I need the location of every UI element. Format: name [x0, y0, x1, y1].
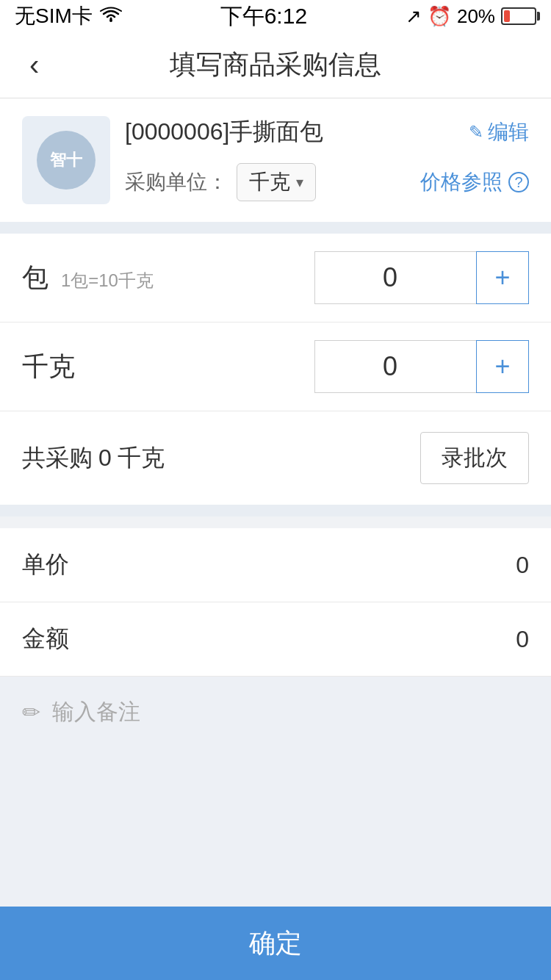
amount-row: 金额 0: [0, 602, 551, 677]
notes-placeholder: 输入备注: [52, 697, 140, 727]
svg-point-0: [109, 19, 112, 22]
input-section: 包 1包=10千克 + 千克 +: [0, 234, 551, 411]
location-icon: ↗: [406, 5, 422, 28]
page-title: 填写商品采购信息: [170, 47, 381, 83]
total-row: 共采购 0 千克 录批次: [0, 411, 551, 505]
divider-2: [0, 505, 551, 516]
bao-sublabel: 1包=10千克: [61, 270, 154, 290]
unit-select[interactable]: 千克 ▾: [237, 163, 316, 201]
nav-bar: ‹ 填写商品采购信息: [0, 32, 551, 98]
back-button[interactable]: ‹: [22, 41, 46, 89]
wifi-icon: [100, 4, 122, 28]
battery-percent: 20%: [457, 5, 495, 28]
unit-price-value: 0: [516, 552, 529, 579]
unit-selector-group: 采购单位： 千克 ▾: [125, 163, 316, 201]
kg-label-group: 千克: [22, 349, 81, 385]
bao-label: 包: [22, 262, 48, 292]
purchase-unit-label: 采购单位：: [125, 168, 228, 196]
kg-plus-button[interactable]: +: [476, 340, 529, 393]
total-value: 0: [98, 444, 112, 472]
info-section: 单价 0 金额 0: [0, 528, 551, 677]
price-ref-label: 价格参照: [420, 168, 503, 196]
bao-quantity-input[interactable]: [314, 251, 476, 304]
status-left: 无SIM卡: [15, 2, 122, 30]
confirm-bar[interactable]: 确定: [0, 907, 551, 980]
product-thumbnail: 智十: [22, 116, 110, 204]
status-right: ↗ ⏰ 20%: [406, 5, 536, 28]
status-time: 下午6:12: [220, 1, 307, 32]
bao-input-row: 包 1包=10千克 +: [0, 234, 551, 323]
batch-button[interactable]: 录批次: [420, 432, 529, 484]
kg-label: 千克: [22, 351, 75, 381]
confirm-button[interactable]: 确定: [249, 926, 302, 962]
alarm-icon: ⏰: [428, 5, 451, 28]
purchase-unit-row: 采购单位： 千克 ▾ 价格参照 ?: [125, 163, 529, 201]
notes-section[interactable]: ✏ 输入备注: [0, 677, 551, 748]
bao-input-group: +: [314, 251, 529, 304]
price-ref-button[interactable]: 价格参照 ?: [420, 168, 529, 196]
product-info: [0000006]手撕面包 ✎ 编辑 采购单位： 千克 ▾ 价格参照 ?: [125, 116, 529, 201]
status-bar: 无SIM卡 下午6:12 ↗ ⏰ 20%: [0, 0, 551, 32]
total-prefix-label: 共采购: [22, 442, 93, 475]
unit-value: 千克: [249, 168, 290, 196]
product-title-row: [0000006]手撕面包 ✎ 编辑: [125, 116, 529, 148]
unit-price-label: 单价: [22, 549, 69, 581]
product-name: [0000006]手撕面包: [125, 116, 323, 148]
kg-input-row: 千克 +: [0, 323, 551, 411]
divider-1: [0, 222, 551, 234]
bao-label-group: 包 1包=10千克: [22, 260, 154, 296]
kg-quantity-input[interactable]: [314, 340, 476, 393]
edit-icon: ✎: [469, 122, 483, 143]
help-icon: ?: [508, 172, 529, 192]
bao-plus-button[interactable]: +: [476, 251, 529, 304]
unit-price-row: 单价 0: [0, 528, 551, 602]
edit-button[interactable]: ✎ 编辑: [469, 118, 529, 146]
amount-label: 金额: [22, 623, 69, 655]
amount-value: 0: [516, 626, 529, 653]
product-card: 智十 [0000006]手撕面包 ✎ 编辑 采购单位： 千克 ▾ 价格参照 ?: [0, 98, 551, 222]
kg-input-group: +: [314, 340, 529, 393]
total-section: 共采购 0 千克 录批次: [0, 411, 551, 505]
chevron-down-icon: ▾: [296, 173, 303, 191]
carrier-label: 无SIM卡: [15, 2, 93, 30]
edit-label: 编辑: [488, 118, 529, 146]
product-logo: 智十: [37, 131, 96, 190]
battery-icon: [501, 7, 536, 25]
total-unit-label: 千克: [118, 442, 165, 475]
pencil-icon: ✏: [22, 699, 40, 725]
